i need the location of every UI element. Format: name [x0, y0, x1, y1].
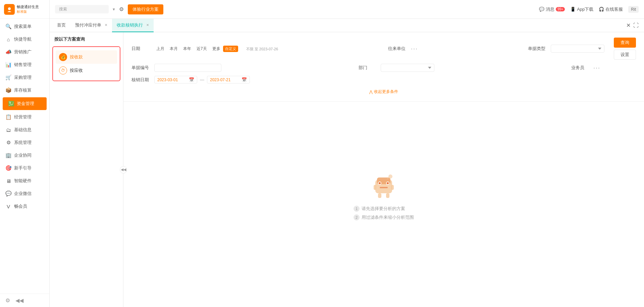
filter-row-1: 日期 上月 本月 本年 近7天 更多 自定义 不限 至 2023-07-26 往… [131, 38, 636, 60]
sidebar: 畅捷通好生意 标准版 🔍搜索菜单⌂快捷导航📣营销推广📊销售管理🛒采购管理📦库存核… [0, 0, 50, 307]
dept-label: 部门 [359, 65, 375, 71]
date-label: 日期 [131, 46, 148, 52]
sidebar-item-finance[interactable]: 💹资金管理 [3, 97, 47, 110]
query-item-by-collection[interactable]: 💰 按收款 [56, 50, 117, 64]
collection-icon: 💰 [59, 53, 67, 61]
sidebar-item-search[interactable]: 🔍搜索菜单 [0, 20, 49, 33]
query-collection-label: 按收款 [70, 54, 83, 60]
finance-icon: 💹 [8, 101, 14, 107]
date-this-month-btn[interactable]: 本月 [167, 45, 180, 53]
online-service-item[interactable]: 🎧 在线客服 [599, 6, 623, 12]
svg-point-12 [388, 174, 392, 178]
message-label: 消息 [546, 6, 554, 12]
wechat-icon: 💬 [5, 191, 11, 197]
logo-sub: 标准版 [17, 9, 39, 14]
query-button[interactable]: 查询 [614, 38, 636, 48]
verify-end-date-wrap[interactable]: 📅 [207, 76, 250, 84]
main-area: 搜索 ▾ ⚙ 体验行业方案 💬 消息 99+ 📱 App下载 🎧 在线客服 Ri… [50, 0, 644, 307]
sidebar-item-guide[interactable]: 🎯新手引导 [0, 162, 49, 174]
sidebar-item-wechat[interactable]: 💬企业微信 [0, 187, 49, 200]
logo-area: 畅捷通好生意 标准版 [0, 0, 49, 19]
query-item-by-receivable[interactable]: ⏱ 按应收 [56, 64, 117, 77]
doc-no-input[interactable] [154, 64, 221, 72]
tab-prepay-label: 预付冲应付单 [75, 22, 101, 28]
collapse-left-panel-button[interactable]: ◀◀ [120, 166, 127, 173]
filter-area: 日期 上月 本月 本年 近7天 更多 自定义 不限 至 2023-07-26 往… [123, 32, 644, 102]
collapse-sidebar-icon[interactable]: ◀◀ [15, 297, 23, 304]
hardware-icon: 🖥 [5, 178, 11, 184]
close-tab-button[interactable]: ✕ [626, 22, 631, 29]
app-download-label: App下载 [577, 6, 593, 12]
sidebar-item-marketing[interactable]: 📣营销推广 [0, 46, 49, 58]
sidebar-item-quick-nav[interactable]: ⌂快捷导航 [0, 33, 49, 46]
counterpart-dots[interactable]: ··· [411, 45, 418, 52]
filter-row-2: 单据编号 部门 业务员 ··· [131, 64, 636, 72]
cal-start-icon: 📅 [189, 77, 194, 82]
solution-button[interactable]: 体验行业方案 [128, 4, 163, 14]
date-sublabel: 不限 至 2023-07-26 [246, 46, 278, 52]
left-panel-title: 按以下方案查询 [52, 36, 120, 42]
staff-label: 业务员 [571, 65, 588, 71]
verify-date-label: 核销日期 [131, 77, 149, 83]
tab-prepay-close-icon[interactable]: ✕ [105, 23, 107, 27]
svg-point-6 [387, 182, 389, 184]
tab-collection-close-icon[interactable]: ✕ [146, 23, 149, 27]
sidebar-bottom: ⚙ ◀◀ [0, 294, 49, 307]
tab-collection[interactable]: 收款核销执行 ✕ [112, 19, 154, 32]
staff-dots[interactable]: ··· [593, 64, 600, 71]
svg-point-5 [379, 182, 381, 184]
expand-tab-button[interactable]: ⛶ [633, 22, 639, 29]
sidebar-item-sales[interactable]: 📊销售管理 [0, 58, 49, 71]
verify-start-date-wrap[interactable]: 📅 [154, 76, 197, 84]
dept-select[interactable] [381, 64, 434, 72]
doc-type-select[interactable] [551, 45, 604, 53]
tab-collection-label: 收款核销执行 [117, 22, 143, 28]
user-name[interactable]: Rit [628, 6, 639, 13]
dropdown-arrow-icon[interactable]: ▾ [113, 7, 115, 12]
sales-icon: 📊 [5, 62, 11, 68]
date-7days-btn[interactable]: 近7天 [194, 45, 210, 53]
verify-start-date-input[interactable] [157, 78, 187, 82]
query-box: 💰 按收款 ⏱ 按应收 [52, 46, 120, 81]
sidebar-item-basic-info[interactable]: 🗂基础信息 [0, 123, 49, 136]
settings-gear-icon[interactable]: ⚙ [119, 6, 124, 12]
svg-rect-8 [374, 185, 376, 190]
sidebar-item-inventory[interactable]: 📦库存核算 [0, 84, 49, 97]
svg-point-0 [8, 7, 11, 10]
empty-tip-2: 2 用过滤条件来缩小分析范围 [354, 214, 414, 220]
app-download-item[interactable]: 📱 App下载 [570, 6, 593, 12]
date-custom-badge[interactable]: 自定义 [223, 46, 238, 52]
tab-prepay[interactable]: 预付冲应付单 ✕ [70, 19, 112, 32]
verify-end-date-input[interactable] [210, 78, 240, 82]
settings-button[interactable]: 设置 [614, 50, 636, 60]
svg-rect-9 [391, 185, 394, 190]
svg-rect-10 [378, 193, 381, 198]
range-dash: — [200, 77, 204, 82]
settings-icon[interactable]: ⚙ [5, 297, 10, 304]
search-bar[interactable]: 搜索 [55, 5, 109, 13]
collapse-conditions-button[interactable]: ⋀ 收起更多条件 [365, 88, 402, 96]
sidebar-item-purchase[interactable]: 🛒采购管理 [0, 71, 49, 84]
doc-type-label: 单据类型 [528, 46, 545, 52]
date-last-month-btn[interactable]: 上月 [154, 45, 167, 53]
sidebar-item-system[interactable]: ⚙系统管理 [0, 136, 49, 149]
headset-icon: 🎧 [599, 7, 604, 12]
sidebar-item-operation[interactable]: 📋经营管理 [0, 111, 49, 123]
collapse-arrow-icon: ⋀ [369, 90, 373, 94]
doc-no-label: 单据编号 [131, 65, 149, 71]
member-icon: V [5, 204, 11, 209]
empty-tip-1: 1 请先选择要分析的方案 [354, 206, 414, 212]
sidebar-item-hardware[interactable]: 🖥智能硬件 [0, 174, 49, 187]
sidebar-item-enterprise[interactable]: 🏢企业协同 [0, 149, 49, 162]
message-item[interactable]: 💬 消息 99+ [539, 6, 565, 12]
tab-home-label: 首页 [57, 22, 66, 28]
purchase-icon: 🛒 [5, 74, 11, 81]
sidebar-item-member[interactable]: V畅会员 [0, 200, 49, 213]
enterprise-icon: 🏢 [5, 152, 11, 158]
receivable-icon: ⏱ [59, 66, 67, 74]
message-badge: 99+ [556, 7, 565, 11]
date-more-btn[interactable]: 更多 [210, 45, 223, 53]
date-this-year-btn[interactable]: 本年 [180, 45, 194, 53]
basic-info-icon: 🗂 [5, 127, 11, 133]
tab-home[interactable]: 首页 [52, 19, 70, 32]
